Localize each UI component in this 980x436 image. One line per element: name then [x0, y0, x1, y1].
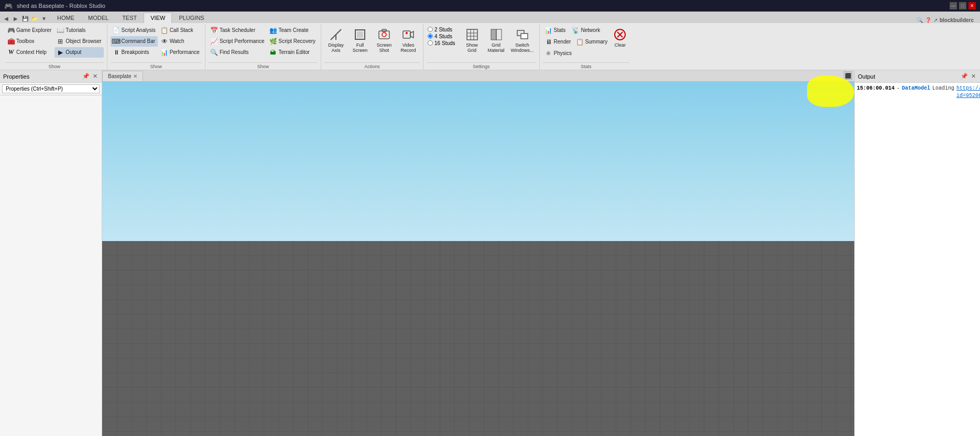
svg-rect-5: [357, 31, 363, 38]
toolbox-btn[interactable]: 🧰 Toolbox: [5, 36, 53, 47]
back-button[interactable]: ◀: [2, 15, 10, 23]
title-bar-left: 🎮 shed as Baseplate - Roblox Studio: [4, 2, 105, 10]
tab-view[interactable]: VIEW: [144, 13, 172, 23]
full-screen-icon: [353, 27, 367, 42]
search-icon: 🔍: [917, 17, 923, 23]
viewport-tab-bar: Baseplate ✕ ⬛: [102, 70, 854, 82]
group-label-show1: Show: [5, 62, 104, 70]
task-scheduler-icon: 📅: [211, 27, 218, 34]
group-label-actions: Actions: [324, 62, 420, 70]
output-close-btn[interactable]: ✕: [970, 73, 977, 80]
file-button[interactable]: 📁: [30, 15, 39, 23]
share-icon: ↗: [933, 17, 938, 23]
find-results-btn[interactable]: 🔍 Find Results: [209, 47, 267, 58]
help-icon: ❓: [925, 17, 931, 23]
display-axis-btn[interactable]: DisplayAxis: [324, 25, 347, 57]
studs-16-radio[interactable]: [428, 40, 433, 46]
object-browser-btn[interactable]: ⊞ Object Browser: [55, 36, 103, 47]
minimize-button[interactable]: —: [950, 2, 957, 9]
stats-btn[interactable]: 📊 Stats: [543, 25, 569, 36]
call-stack-btn[interactable]: 📋 Call Stack: [159, 25, 202, 36]
properties-close-btn[interactable]: ✕: [91, 73, 99, 80]
screen-shot-btn[interactable]: ScreenShot: [373, 25, 396, 57]
log-text: Loading: [932, 85, 954, 100]
video-record-icon: [401, 27, 416, 42]
script-performance-btn[interactable]: 📈 Script Performance: [209, 36, 267, 47]
clear-btn[interactable]: Clear: [611, 25, 629, 57]
quick-access[interactable]: ▼: [40, 15, 48, 23]
show-grid-btn[interactable]: ShowGrid: [461, 25, 484, 57]
terrain-editor-icon: 🏔: [269, 49, 277, 56]
group-label-show2: Show: [111, 62, 202, 70]
command-bar-btn[interactable]: ⌨ Command Bar: [111, 36, 158, 47]
baseplate-tab-label: Baseplate: [108, 73, 131, 79]
restore-button[interactable]: □: [959, 2, 966, 9]
script-analysis-icon: 📄: [113, 27, 120, 34]
summary-btn[interactable]: 📋 Summary: [574, 37, 609, 47]
switch-windows-btn[interactable]: SwitchWindows...: [509, 25, 536, 57]
performance-btn[interactable]: 📊 Performance: [159, 47, 202, 58]
ribbon-group-show1: 🎮 Game Explorer 🧰 Toolbox W Context Help…: [2, 24, 107, 70]
task-scheduler-btn[interactable]: 📅 Task Scheduler: [209, 25, 267, 36]
baseplate-tab[interactable]: Baseplate ✕: [102, 71, 143, 81]
studs-4-radio[interactable]: [428, 34, 433, 39]
save-button[interactable]: 💾: [21, 15, 29, 23]
log-link[interactable]: https://assetgame.roblox.com/Asset/?id=9…: [956, 85, 980, 100]
tab-home[interactable]: HOME: [50, 13, 81, 23]
tutorials-btn[interactable]: 📖 Tutorials: [55, 25, 103, 36]
output-pin-btn[interactable]: 📌: [961, 73, 968, 80]
output-panel: Output 📌 ✕ 15:06:00.014 - DataModel Load…: [854, 70, 980, 436]
studs-16-label[interactable]: 16 Studs: [427, 40, 456, 47]
watch-btn[interactable]: 👁 Watch: [159, 36, 202, 47]
studs-selector: 2 Studs 4 Studs 16 Studs: [427, 25, 459, 47]
svg-rect-18: [496, 29, 502, 40]
username: blockbuilderc: [940, 17, 974, 23]
script-analysis-btn[interactable]: 📄 Script Analysis: [111, 25, 158, 36]
svg-rect-12: [467, 29, 477, 40]
network-btn[interactable]: 📡 Network: [570, 25, 603, 36]
context-help-icon: W: [7, 49, 15, 56]
svg-line-0: [336, 29, 341, 35]
physics-btn[interactable]: ⚛ Physics: [543, 48, 574, 59]
breakpoints-btn[interactable]: ⏸ Breakpoints: [111, 47, 158, 58]
ribbon-tabs: ◀ ▶ 💾 📁 ▼ HOME MODEL TEST VIEW PLUGINS 🔍…: [0, 12, 980, 23]
studs-2-radio[interactable]: [428, 27, 433, 32]
title-bar: 🎮 shed as Baseplate - Roblox Studio — □ …: [0, 0, 980, 12]
3d-scene[interactable]: [102, 82, 854, 436]
forward-button[interactable]: ▶: [12, 15, 20, 23]
output-icon: ▶: [57, 49, 64, 56]
tab-test[interactable]: TEST: [115, 13, 144, 23]
studs-2-label[interactable]: 2 Studs: [427, 26, 453, 33]
baseplate-tab-close[interactable]: ✕: [133, 73, 137, 79]
viewport-maximize-btn[interactable]: ⬛: [844, 71, 852, 80]
output-btn[interactable]: ▶ Output: [55, 47, 103, 58]
title-bar-title: shed as Baseplate - Roblox Studio: [17, 3, 105, 9]
output-log: 15:06:00.014 - DataModel Loading https:/…: [855, 83, 980, 436]
physics-icon: ⚛: [545, 50, 552, 57]
game-explorer-btn[interactable]: 🎮 Game Explorer: [5, 25, 53, 36]
grid-material-icon: [489, 27, 504, 42]
ribbon-group-show3: 📅 Task Scheduler 📈 Script Performance 🔍 …: [205, 24, 321, 70]
output-title: Output: [858, 73, 875, 80]
render-btn[interactable]: 🖥 Render: [543, 37, 573, 47]
context-help-btn[interactable]: W Context Help: [5, 47, 53, 58]
script-recovery-btn[interactable]: 🌿 Script Recovery: [267, 36, 318, 47]
grid-material-btn[interactable]: GridMaterial: [485, 25, 508, 57]
studs-4-label[interactable]: 4 Studs: [427, 33, 453, 40]
properties-panel: Properties 📌 ✕ Properties (Ctrl+Shift+P): [0, 70, 102, 436]
title-bar-controls[interactable]: — □ ✕: [950, 2, 976, 9]
svg-rect-20: [521, 34, 528, 39]
screen-shot-icon: [377, 27, 391, 42]
sky: [102, 82, 854, 259]
team-create-btn[interactable]: 👥 Team Create: [267, 25, 318, 36]
close-button[interactable]: ✕: [968, 2, 976, 9]
properties-filter-select[interactable]: Properties (Ctrl+Shift+P): [2, 84, 100, 93]
full-screen-btn[interactable]: FullScreen: [349, 25, 372, 57]
terrain-editor-btn[interactable]: 🏔 Terrain Editor: [267, 47, 318, 58]
ground-texture: [102, 241, 854, 436]
tab-model[interactable]: MODEL: [81, 13, 115, 23]
output-panel-header: Output 📌 ✕: [855, 70, 980, 83]
properties-pin-btn[interactable]: 📌: [82, 73, 90, 80]
tab-plugins[interactable]: PLUGINS: [172, 13, 211, 23]
video-record-btn[interactable]: VideoRecord: [397, 25, 420, 57]
